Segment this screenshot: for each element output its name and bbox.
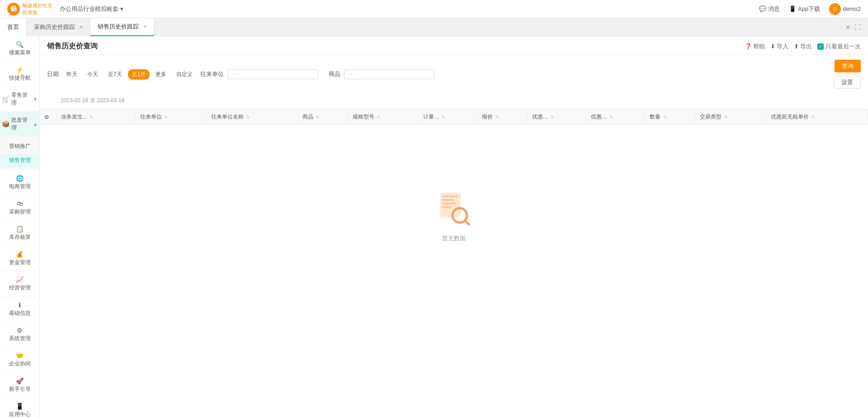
sidebar-item-app-center[interactable]: 📱 应用中心 (0, 398, 39, 418)
sort-icon-spec: ⇅ (377, 114, 380, 119)
sidebar-item-inventory[interactable]: 📋 库存核算 (0, 221, 39, 246)
th-biz-date[interactable]: 业务发生... ⇅ (56, 109, 136, 125)
sidebar-item-retail-mgmt[interactable]: 🛒 零售管理 ▼ (0, 87, 39, 112)
empty-state: 暂无数据 (40, 125, 868, 306)
tab-purchase-history-close[interactable]: × (80, 24, 83, 30)
fullscreen-button[interactable]: ⛶ (854, 24, 861, 31)
sort-icon-unit: ⇅ (441, 114, 445, 119)
chart-icon: 📈 (16, 276, 24, 283)
lightning-icon: ⚡ (16, 66, 24, 73)
only-last-label: 只看最后一次 (826, 43, 861, 51)
th-quote[interactable]: 报价 ⇅ (477, 109, 528, 125)
sidebar-item-label: 采购管理 (9, 208, 31, 216)
tab-sales-history-close[interactable]: × (143, 24, 146, 30)
search-icon: 🔍 (16, 41, 24, 48)
tab-sales-history[interactable]: 销售历史价跟踪 × (90, 18, 154, 36)
th-spec[interactable]: 规格型号 ⇅ (348, 109, 419, 125)
sort-icon-product: ⇅ (316, 114, 319, 119)
date-btn-yesterday[interactable]: 昨天 (62, 69, 81, 80)
sidebar-item-purchase-mgmt[interactable]: 🛍 采购管理 (0, 195, 39, 221)
topbar-right: 💬 消息 📱 App下载 D demo2 (759, 3, 861, 15)
th-quantity[interactable]: 数量 ⇅ (645, 109, 695, 125)
sidebar-sub-item-sales-mgmt[interactable]: 销售管理 (0, 153, 39, 167)
only-last-checkbox-area[interactable]: ✓ 只看最后一次 (817, 43, 861, 51)
user-menu[interactable]: D demo2 (829, 3, 861, 15)
tab-sales-history-label: 销售历史价跟踪 (98, 23, 139, 31)
th-counterpart-code[interactable]: 往来单位 ⇅ (136, 109, 207, 125)
sidebar-item-finance-mgmt[interactable]: 💰 资金管理 (0, 246, 39, 271)
th-discount2[interactable]: 优惠... ⇅ (586, 109, 645, 125)
date-btn-custom[interactable]: 自定义 (172, 69, 197, 80)
import-button[interactable]: ⬇ 导入 (770, 43, 788, 51)
filter-fields-row: 往来单位 ··· 商品 ··· (200, 69, 830, 79)
filter-area: 日期 昨天 今天 近7天 近1月 更多 自定义 往来单位 ··· (40, 55, 868, 109)
only-last-checkbox[interactable]: ✓ (817, 43, 824, 50)
product-filter: 商品 ··· (329, 69, 434, 79)
tab-home[interactable]: 首页 (0, 18, 27, 36)
app-selector[interactable]: 办公用品行业模拟账套 ▾ (60, 5, 123, 13)
product-input[interactable]: ··· (344, 69, 434, 79)
sidebar-item-label: 库存核算 (9, 233, 31, 241)
th-product[interactable]: 商品 ⇅ (297, 109, 348, 125)
close-all-tabs-button[interactable]: ✕ (845, 24, 851, 31)
message-button[interactable]: 💬 消息 (759, 5, 780, 13)
counterpart-input[interactable]: ··· (227, 69, 318, 79)
filter-right-actions: 查询 设置 (834, 60, 861, 89)
svg-rect-2 (442, 199, 454, 201)
svg-line-6 (465, 220, 469, 224)
product-label: 商品 (329, 70, 340, 78)
th-pretax-price[interactable]: 优惠前无税单价 ⇅ (766, 109, 868, 125)
table-header: ⚙ 业务发生... ⇅ 往来单位 ⇅ 往来单位名称 ⇅ (40, 109, 868, 125)
filter-row: 日期 昨天 今天 近7天 近1月 更多 自定义 往来单位 ··· (47, 60, 861, 89)
tab-purchase-history-label: 采购历史价跟踪 (34, 23, 75, 31)
date-btn-more[interactable]: 更多 (151, 69, 170, 80)
th-discount1[interactable]: 优惠... ⇅ (528, 109, 586, 125)
setting-button[interactable]: 设置 (834, 76, 861, 89)
th-trade-type[interactable]: 交易类型 ⇅ (695, 109, 766, 125)
date-btn-last1month[interactable]: 近1月 (128, 69, 150, 80)
app-download-button[interactable]: 📱 App下载 (789, 5, 820, 13)
tab-purchase-history[interactable]: 采购历史价跟踪 × (27, 18, 90, 36)
export-button[interactable]: ⬆ 导出 (794, 43, 812, 51)
clipboard-icon: 📋 (16, 225, 24, 233)
sidebar-item-new-guide[interactable]: 🚀 新手引导 (0, 373, 39, 398)
sidebar-item-ecommerce-mgmt[interactable]: 🌐 电商管理 (0, 170, 39, 195)
sidebar-item-label: 快捷导航 (9, 74, 31, 82)
sidebar-item-quick-nav[interactable]: ⚡ 快捷导航 (0, 62, 39, 87)
settings-icon[interactable]: ⚙ (44, 114, 49, 120)
sidebar-sub-item-marketing[interactable]: 营销推广 (0, 139, 39, 153)
sidebar-item-search-menu[interactable]: 🔍 搜索菜单 (0, 36, 39, 62)
table-wrap: ⚙ 业务发生... ⇅ 往来单位 ⇅ 往来单位名称 ⇅ (40, 109, 868, 125)
cart-icon: 🛒 (2, 95, 9, 103)
sort-icon-counterpart-name: ⇅ (246, 114, 250, 119)
globe-icon: 🌐 (16, 175, 24, 182)
sidebar-item-system-mgmt[interactable]: ⚙ 系统管理 (0, 322, 39, 347)
sidebar: 🔍 搜索菜单 ⚡ 快捷导航 🛒 零售管理 ▼ 📦 批发管理 ▲ 营销推广 销售管… (0, 36, 40, 418)
sidebar-item-label: 资金管理 (9, 259, 31, 266)
main-layout: 🔍 搜索菜单 ⚡ 快捷导航 🛒 零售管理 ▼ 📦 批发管理 ▲ 营销推广 销售管… (0, 36, 868, 418)
sidebar-item-label: 系统管理 (9, 335, 31, 342)
sidebar-item-wholesale-mgmt[interactable]: 📦 批发管理 ▲ (0, 112, 39, 137)
th-unit[interactable]: 计量... ⇅ (419, 109, 477, 125)
date-btn-last7days[interactable]: 近7天 (104, 69, 126, 80)
date-btn-today[interactable]: 今天 (83, 69, 102, 80)
sidebar-item-basic-info[interactable]: ℹ 基础信息 (0, 297, 39, 322)
sort-icon-quote: ⇅ (495, 114, 499, 119)
sidebar-item-label: 电商管理 (9, 183, 31, 190)
th-counterpart-name[interactable]: 往来单位名称 ⇅ (206, 109, 297, 125)
th-gear: ⚙ (40, 109, 56, 125)
info-icon: ℹ (19, 301, 21, 309)
date-options: 昨天 今天 近7天 近1月 更多 自定义 (62, 69, 197, 80)
tab-right-actions: ✕ ⛶ (845, 24, 868, 31)
sort-icon-discount1: ⇅ (550, 114, 554, 119)
sidebar-item-enterprise-coop[interactable]: 🤝 企业协同 (0, 347, 39, 373)
message-icon: 💬 (759, 5, 766, 12)
sidebar-sub-label: 营销推广 (9, 142, 31, 150)
sidebar-item-label: 新手引导 (9, 385, 31, 393)
help-button[interactable]: ❓ 帮助 (745, 43, 765, 51)
sidebar-wholesale-sub: 营销推广 销售管理 (0, 137, 39, 170)
counterpart-label: 往来单位 (200, 70, 224, 78)
sidebar-item-ops-mgmt[interactable]: 📈 经营管理 (0, 271, 39, 297)
query-button[interactable]: 查询 (835, 60, 861, 72)
page-actions: ❓ 帮助 ⬇ 导入 ⬆ 导出 ✓ 只看最后一次 (745, 43, 861, 51)
